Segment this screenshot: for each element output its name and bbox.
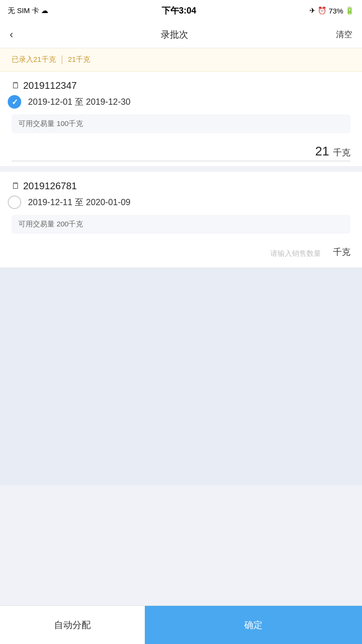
batch2-unit: 千克: [333, 246, 350, 258]
batch1-icon: 🗒: [12, 81, 20, 91]
location-icon: ✈: [309, 6, 316, 15]
batch1-date: 2019-12-01 至 2019-12-30: [28, 96, 130, 108]
info-banner: 已录入21千克 21千克: [0, 48, 362, 71]
batch2-input-row[interactable]: 千克: [0, 240, 362, 268]
batch1-unit: 千克: [333, 147, 350, 158]
check-icon: ✓: [12, 98, 18, 107]
batch1-qty-row: 21 千克: [0, 140, 362, 161]
batch2-available: 可用交易量 200千克: [12, 215, 350, 234]
batch1-id: 2019112347: [23, 80, 77, 91]
banner-value: 21千克: [68, 55, 91, 64]
banner-divider: [62, 56, 62, 64]
batch-card-1: 🗒 2019112347 ✓ 2019-12-01 至 2019-12-30 可…: [0, 71, 362, 166]
batch1-header: 🗒 2019112347: [0, 71, 362, 95]
batch2-date: 2019-12-11 至 2020-01-09: [28, 196, 130, 208]
batch1-radio[interactable]: ✓: [8, 95, 21, 109]
section-gap-1: [0, 166, 362, 172]
clear-button[interactable]: 清空: [336, 29, 352, 40]
battery-level: 73%: [329, 7, 343, 15]
batch1-qty-value: 21: [315, 144, 329, 159]
page-title: 录批次: [161, 28, 188, 41]
batch2-icon: 🗒: [12, 181, 20, 191]
bottom-bar: 自动分配 确定: [0, 605, 362, 644]
status-left: 无 SIM 卡 ☁: [8, 6, 48, 15]
status-time: 下午3:04: [162, 5, 196, 16]
batch2-header: 🗒 2019126781: [0, 172, 362, 196]
batch2-radio[interactable]: [8, 196, 21, 209]
batch2-id: 2019126781: [23, 181, 77, 192]
batch-card-2: 🗒 2019126781 2019-12-11 至 2020-01-09 可用交…: [0, 172, 362, 268]
batch1-available: 可用交易量 100千克: [12, 114, 350, 133]
nav-bar: ‹ 录批次 清空: [0, 21, 362, 48]
status-right: ✈ ⏰ 73% 🔋: [309, 6, 354, 15]
batch2-date-row[interactable]: 2019-12-11 至 2020-01-09: [0, 196, 362, 215]
batch1-bottom-pad: [0, 161, 362, 166]
bottom-fill-area: [0, 268, 362, 485]
status-bar: 无 SIM 卡 ☁ 下午3:04 ✈ ⏰ 73% 🔋: [0, 0, 362, 21]
recorded-label: 已录入21千克: [12, 55, 56, 64]
batch1-date-row[interactable]: ✓ 2019-12-01 至 2019-12-30: [0, 95, 362, 114]
sim-label: 无 SIM 卡 ☁: [8, 6, 48, 15]
back-button[interactable]: ‹: [10, 28, 13, 41]
confirm-button[interactable]: 确定: [145, 606, 362, 644]
auto-distribute-button[interactable]: 自动分配: [0, 606, 145, 644]
battery-icon: 🔋: [345, 6, 354, 15]
alarm-icon: ⏰: [318, 6, 327, 15]
batch2-qty-input[interactable]: [270, 245, 328, 259]
